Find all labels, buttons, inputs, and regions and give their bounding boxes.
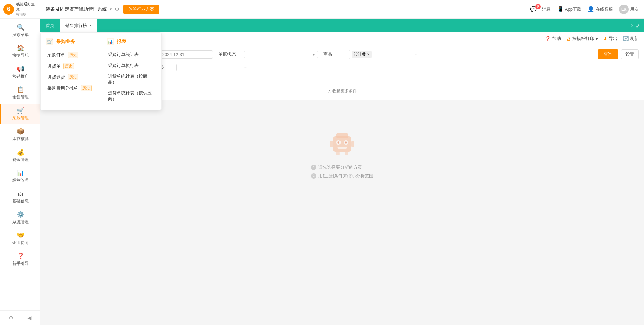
window-close-icon[interactable]: ×: [631, 23, 634, 29]
sidebar-item-inventory[interactable]: 📦 库存核算: [0, 124, 40, 145]
tab-home[interactable]: 首页: [40, 19, 60, 32]
bill-status-select[interactable]: ▾: [244, 51, 318, 58]
collapse-sidebar-icon[interactable]: ◀: [27, 315, 31, 321]
empty-tips: ① 请先选择要分析的方案 ② 用[过滤]条件来缩小分析范围: [311, 163, 373, 180]
history-badge-2: 历史: [68, 74, 78, 80]
filter-actions: 查询 设置: [598, 49, 639, 59]
topbar: 装备及固定资产辅助管理系统 ▾ ⚙ 体验行业方案 💬 9 消息 📱 App下载 …: [40, 0, 644, 19]
svg-rect-1: [336, 133, 348, 138]
dropdown-item-report-order-exec[interactable]: 采购订单执行表: [107, 60, 156, 71]
title-arrow-icon[interactable]: ▾: [110, 7, 112, 12]
sidebar-item-search[interactable]: 🔍 搜索菜单: [0, 20, 40, 41]
history-badge-1: 历史: [63, 63, 74, 69]
dropdown-report-header: 📊 报表: [107, 38, 156, 45]
goods-label: 商品: [323, 51, 344, 57]
marketing-icon: 📢: [17, 65, 24, 73]
guide-icon: ❓: [17, 252, 24, 260]
export-button[interactable]: ⬇ 导出: [603, 36, 617, 42]
system-icon: ⚙️: [17, 211, 24, 218]
app-name: 畅捷通好生意 标准版: [16, 2, 37, 17]
tabs-right-controls: × ⤢: [631, 23, 644, 29]
purchase-dropdown-menu: 🛒 采购业务 采购订单 历史 进货单 历史 进货退货 历史 采购费用分摊单 历史…: [40, 32, 162, 110]
topbar-right: 💬 9 消息 📱 App下载 👤 在线客服 Ea 用友: [530, 5, 639, 14]
industry-plan-button[interactable]: 体验行业方案: [123, 5, 159, 14]
sales-icon: 📋: [17, 86, 24, 93]
svg-rect-0: [333, 136, 351, 152]
print-icon: 🖨: [566, 36, 571, 41]
sidebar-bottom: ⚙ ◀: [0, 310, 40, 325]
dropdown-item-purchase-in[interactable]: 进货单 历史: [46, 60, 96, 72]
dropdown-purchase-col: 🛒 采购业务 采购订单 历史 进货单 历史 进货退货 历史 采购费用分摊单 历史: [41, 38, 101, 105]
refresh-icon: 🔄: [623, 36, 629, 41]
print-button[interactable]: 🖨 按模板打印 ▾: [566, 36, 598, 42]
search-button[interactable]: 查询: [598, 49, 618, 59]
search-icon: 🔍: [17, 24, 24, 31]
svg-rect-6: [338, 147, 347, 149]
empty-state: ① 请先选择要分析的方案 ② 用[过滤]条件来缩小分析范围: [40, 100, 644, 207]
sidebar-item-basic[interactable]: 🗂 基础信息: [0, 187, 40, 207]
svg-rect-10: [345, 152, 348, 155]
help-icon: ❓: [545, 36, 551, 41]
message-button[interactable]: 💬 9 消息: [530, 6, 551, 12]
tabs-bar: 首页 销售排行榜 × × ⤢: [40, 19, 644, 32]
svg-point-5: [345, 141, 347, 143]
phone-icon: 📱: [557, 6, 564, 12]
goods-tag-design[interactable]: 设计费 ×: [352, 51, 372, 58]
sidebar-logo: 6 畅捷通好生意 标准版: [0, 0, 40, 19]
sidebar: 6 畅捷通好生意 标准版 🔍 搜索菜单 🏠 快捷导航 📢 营销推广 📋 销售管理…: [0, 0, 40, 325]
report-col-icon: 📊: [107, 38, 114, 45]
svg-rect-9: [336, 152, 340, 155]
history-badge-0: 历史: [68, 52, 78, 58]
goods-select[interactable]: 设计费 ×: [349, 50, 409, 59]
app-logo-icon: 6: [3, 4, 14, 15]
export-icon: ⬇: [603, 36, 607, 41]
dropdown-item-purchase-return[interactable]: 进货退货 历史: [46, 72, 96, 83]
tab-close-icon[interactable]: ×: [89, 23, 92, 28]
dropdown-item-report-order-stat[interactable]: 采购订单统计表: [107, 49, 156, 60]
empty-illustration: [327, 127, 357, 158]
sidebar-item-marketing[interactable]: 📢 营销推广: [0, 62, 40, 83]
dropdown-item-purchase-order[interactable]: 采购订单 历史: [46, 49, 96, 60]
sidebar-item-enterprise[interactable]: 🤝 企业协同: [0, 228, 40, 249]
date-end-input[interactable]: [159, 50, 213, 59]
tip-num-2: ②: [311, 173, 316, 179]
sidebar-item-quicknav[interactable]: 🏠 快捷导航: [0, 41, 40, 62]
history-badge-3: 历史: [81, 85, 92, 91]
dropdown-item-report-in-goods[interactable]: 进货单统计表（按商品）: [107, 71, 156, 88]
home-icon: 🏠: [17, 44, 24, 52]
sidebar-item-operations[interactable]: 📊 经营管理: [0, 166, 40, 187]
dropdown-item-purchase-expense[interactable]: 采购费用分摊单 历史: [46, 83, 96, 94]
print-arrow-icon[interactable]: ▾: [596, 36, 598, 41]
filter-settings-button[interactable]: 设置: [621, 49, 639, 59]
user-button[interactable]: Ea 用友: [619, 5, 639, 14]
tab-sales-rank[interactable]: 销售排行榜 ×: [60, 19, 97, 32]
avatar: Ea: [619, 5, 629, 14]
goods-more-dots[interactable]: ···: [415, 52, 419, 57]
window-max-icon[interactable]: ⤢: [636, 23, 640, 29]
refresh-button[interactable]: 🔄 刷新: [623, 36, 639, 42]
sidebar-item-system[interactable]: ⚙️ 系统管理: [0, 207, 40, 228]
svg-rect-7: [330, 141, 333, 147]
notification-badge: 9: [535, 4, 541, 9]
sidebar-item-sales[interactable]: 📋 销售管理: [0, 83, 40, 104]
bill-status-arrow: ▾: [313, 52, 315, 57]
salesman-arrow: ···: [244, 65, 247, 70]
bill-status-label: 单据状态: [218, 51, 239, 57]
system-title: 装备及固定资产辅助管理系统: [46, 6, 107, 12]
topbar-settings-icon[interactable]: ⚙: [115, 6, 119, 12]
settings-bottom-icon[interactable]: ⚙: [9, 315, 13, 321]
salesman-select[interactable]: ···: [176, 64, 250, 71]
sidebar-nav: 🔍 搜索菜单 🏠 快捷导航 📢 营销推广 📋 销售管理 🛒 采购管理 📦 库存核…: [0, 19, 40, 310]
sidebar-item-newguide[interactable]: ❓ 新手引导: [0, 249, 40, 270]
service-icon: 👤: [587, 6, 594, 12]
dropdown-item-report-in-supplier[interactable]: 进货单统计表（按供应商）: [107, 88, 156, 105]
app-download-button[interactable]: 📱 App下载: [557, 6, 581, 12]
help-button[interactable]: ❓ 帮助: [545, 36, 561, 42]
finance-icon: 💰: [17, 149, 24, 156]
goods-tag-close-icon[interactable]: ×: [367, 52, 370, 57]
sidebar-item-finance[interactable]: 💰 资金管理: [0, 145, 40, 166]
svg-rect-8: [351, 141, 354, 147]
online-service-button[interactable]: 👤 在线客服: [587, 6, 613, 12]
sidebar-item-purchase[interactable]: 🛒 采购管理: [0, 104, 40, 124]
collapse-arrow-icon: ∧: [328, 89, 331, 94]
